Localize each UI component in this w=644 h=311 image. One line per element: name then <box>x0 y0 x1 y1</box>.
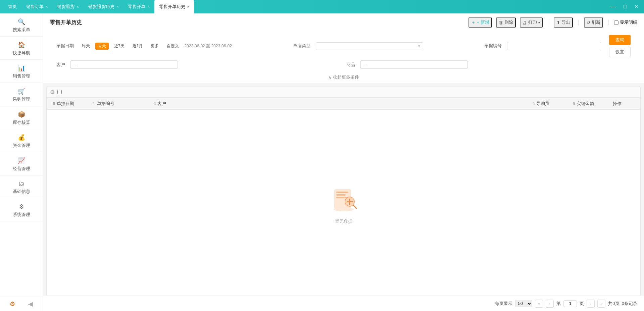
sidebar-search[interactable]: 🔍 搜索采单 <box>0 13 43 37</box>
sort-icon-date[interactable]: ⇅ <box>53 102 55 105</box>
show-detail-checkbox[interactable] <box>614 20 618 25</box>
export-button[interactable]: ⬆ 导出 <box>554 17 573 28</box>
sidebar: 🔍 搜索采单 🏠 快捷导航 📊 销售管理 🛒 采购管理 📦 库存核算 💰 资金管… <box>0 13 43 311</box>
query-button[interactable]: 查询 <box>609 35 631 45</box>
settings-filter-button[interactable]: 设置 <box>609 47 631 57</box>
page-label-before: 第 <box>556 301 561 307</box>
order-type-select[interactable]: ▾ <box>316 42 423 50</box>
tab-close-sales-return[interactable]: × <box>77 5 79 9</box>
sort-icon-customer[interactable]: ⇅ <box>153 102 156 105</box>
date-more[interactable]: 更多 <box>148 43 161 50</box>
sidebar-item-finance[interactable]: 💰 资金管理 <box>0 129 43 152</box>
collapse-more-btn[interactable]: ∧ 收起更多条件 <box>56 72 631 83</box>
col-header-amount: ⇅ 实销金额 <box>570 101 610 107</box>
total-info: 共0页, 0条记录 <box>608 301 637 307</box>
page-title: 零售开单历史 <box>50 19 82 26</box>
tab-retail-open[interactable]: 零售开单 × <box>123 0 154 13</box>
date-custom[interactable]: 自定义 <box>164 43 182 50</box>
purchase-icon: 🛒 <box>18 88 25 95</box>
sidebar-item-inventory[interactable]: 📦 库存核算 <box>0 106 43 129</box>
order-type-label: 单据类型 <box>293 43 310 49</box>
tab-close-retail-open[interactable]: × <box>147 5 149 9</box>
svg-rect-3 <box>336 194 346 196</box>
date-range-text: 2023-06-02 至 2023-06-02 <box>184 43 232 49</box>
operations-icon: 📈 <box>18 157 25 164</box>
sidebar-item-system[interactable]: ⚙ 系统管理 <box>0 198 43 221</box>
date-7days[interactable]: 近7天 <box>111 43 127 50</box>
tab-close-sales-return-history[interactable]: × <box>116 5 118 9</box>
page-header: 零售开单历史 ＋ + 新增 🗑 删除 🖨 打印 ▾ <box>43 13 644 83</box>
table-toolbar: ⚙ <box>47 87 640 98</box>
delete-icon: 🗑 <box>499 20 503 25</box>
sort-icon-salesperson[interactable]: ⇅ <box>532 102 535 105</box>
date-yesterday[interactable]: 昨天 <box>79 43 93 50</box>
sidebar-item-sales-mgmt[interactable]: 📊 销售管理 <box>0 60 43 83</box>
date-filter-label: 单据日期 <box>56 43 74 49</box>
sidebar-item-purchase-mgmt[interactable]: 🛒 采购管理 <box>0 83 43 106</box>
add-icon: ＋ <box>471 19 476 25</box>
col-header-salesperson: ⇅ 导购员 <box>530 101 570 107</box>
page-number-input[interactable] <box>563 300 577 307</box>
refresh-icon: ↺ <box>587 20 590 25</box>
first-page-btn[interactable]: « <box>535 300 543 308</box>
customer-select[interactable]: ··· <box>70 60 178 69</box>
date-today[interactable]: 今天 <box>95 43 109 50</box>
table-settings-icon[interactable]: ⚙ <box>50 89 55 95</box>
sort-icon-order-no[interactable]: ⇅ <box>93 102 96 105</box>
main-layout: 🔍 搜索采单 🏠 快捷导航 📊 销售管理 🛒 采购管理 📦 库存核算 💰 资金管… <box>0 13 644 311</box>
system-icon: ⚙ <box>19 203 24 210</box>
next-page-btn[interactable]: › <box>587 300 595 308</box>
sales-icon: 📊 <box>18 64 25 72</box>
tab-retail-open-history[interactable]: 零售开单历史 × <box>154 0 194 13</box>
window-maximize[interactable]: □ <box>621 4 630 10</box>
filter-row-1: 单据日期 昨天 今天 近7天 近1月 更多 自定义 2023-06-02 至 2… <box>56 35 631 57</box>
filter-area: 单据日期 昨天 今天 近7天 近1月 更多 自定义 2023-06-02 至 2… <box>50 32 637 83</box>
window-close[interactable]: × <box>632 4 641 10</box>
date-options: 昨天 今天 近7天 近1月 更多 自定义 2023-06-02 至 2023-0… <box>79 43 232 50</box>
toolbar-divider3 <box>608 20 609 25</box>
window-minimize[interactable]: — <box>607 4 618 10</box>
toolbar-actions: ＋ + 新增 🗑 删除 🖨 打印 ▾ ⬆ 导出 <box>468 17 637 28</box>
add-button[interactable]: ＋ + 新增 <box>468 17 492 28</box>
tab-sales-order[interactable]: 销售订单 × <box>21 0 52 13</box>
sidebar-item-operations[interactable]: 📈 经营管理 <box>0 152 43 175</box>
select-all-checkbox[interactable] <box>57 90 62 94</box>
print-button[interactable]: 🖨 打印 ▾ <box>520 17 543 28</box>
tab-close-sales-order[interactable]: × <box>46 5 48 9</box>
tab-sales-return[interactable]: 销货退货 × <box>52 0 83 13</box>
home-icon: 🏠 <box>18 41 25 49</box>
sidebar-item-basic-info[interactable]: 🗂 基础信息 <box>0 175 43 198</box>
finance-icon: 💰 <box>18 134 25 141</box>
table-header: ⇅ 单据日期 ⇅ 单据编号 ⇅ 客户 ⇅ 导购员 ⇅ 实销金额 <box>47 98 640 110</box>
col-header-date: ⇅ 单据日期 <box>50 101 90 107</box>
tab-home[interactable]: + 新增 首页 <box>3 0 21 13</box>
page-label-after: 页 <box>580 301 584 307</box>
delete-button[interactable]: 🗑 删除 <box>496 17 516 28</box>
tab-close-retail-open-history[interactable]: × <box>187 5 189 9</box>
last-page-btn[interactable]: » <box>597 300 605 308</box>
refresh-button[interactable]: ↺ 刷新 <box>584 17 603 28</box>
goods-label: 商品 <box>346 62 355 68</box>
tab-sales-return-history[interactable]: 销货退货历史 × <box>84 0 123 13</box>
sidebar-item-quick-nav[interactable]: 🏠 快捷导航 <box>0 37 43 60</box>
page-size-select[interactable]: 50 10 20 100 <box>515 300 532 307</box>
svg-rect-2 <box>336 192 348 193</box>
sidebar-settings-icon[interactable]: ⚙ <box>10 300 15 308</box>
col-header-customer: ⇅ 客户 <box>151 101 530 107</box>
toolbar-divider2 <box>578 20 579 25</box>
page-size-label: 每页显示 <box>495 301 512 307</box>
customer-label: 客户 <box>56 62 65 68</box>
order-no-input[interactable] <box>507 42 601 50</box>
show-detail-toggle[interactable]: 显示明细 <box>614 19 637 25</box>
svg-line-8 <box>353 205 356 208</box>
sidebar-collapse-icon[interactable]: ◀ <box>28 300 33 308</box>
order-no-label: 单据编号 <box>484 43 502 49</box>
date-1month[interactable]: 近1月 <box>130 43 146 50</box>
table-container: ⚙ ⇅ 单据日期 ⇅ 单据编号 ⇅ 客户 ⇅ 导购员 <box>46 87 641 296</box>
print-dropdown-icon: ▾ <box>538 21 540 24</box>
empty-state-icon <box>327 181 360 214</box>
goods-select[interactable]: ··· <box>360 60 468 69</box>
filter-row-2: 客户 ··· 商品 ··· <box>56 60 631 69</box>
prev-page-btn[interactable]: ‹ <box>546 300 554 308</box>
sort-icon-amount[interactable]: ⇅ <box>573 102 575 105</box>
